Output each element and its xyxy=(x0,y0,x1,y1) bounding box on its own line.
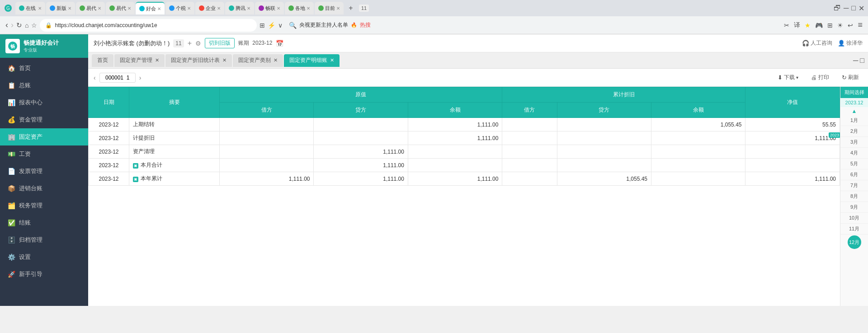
close-icon[interactable]: ✕ xyxy=(157,6,161,11)
tab-fixed-asset-category[interactable]: 固定资产类别 ✕ xyxy=(233,54,283,67)
table-scroll-area[interactable]: 日期 摘要 原值 累计折旧 净值 借方 贷方 余额 借方 xyxy=(88,87,840,306)
reload-button[interactable]: ↻ xyxy=(16,21,22,29)
grid-icon[interactable]: ⊞ xyxy=(827,22,833,29)
close-icon[interactable]: ✕ xyxy=(68,6,71,11)
period-scroll-up[interactable]: ▲ xyxy=(840,107,868,115)
period-month-11[interactable]: 11月 xyxy=(840,224,868,235)
more-menu-button[interactable]: ≡ xyxy=(858,20,863,30)
gamepad-icon[interactable]: 🎮 xyxy=(815,22,823,29)
close-icon[interactable]: ✕ xyxy=(187,6,191,11)
home-button[interactable]: ⌂ xyxy=(25,22,28,29)
browser-tab-muqian[interactable]: 目前 ✕ xyxy=(315,2,344,14)
prev-account-button[interactable]: ‹ xyxy=(94,74,96,81)
close-icon[interactable]: ✕ xyxy=(307,6,310,11)
extension-icon[interactable]: ⊞ xyxy=(259,22,265,29)
address-input[interactable]: 🔒 https://cloud.chanjet.com/accounting/u… xyxy=(40,19,257,32)
browser-tab-yidai1[interactable]: 易代 ✕ xyxy=(76,2,105,14)
period-month-10[interactable]: 10月 xyxy=(840,213,868,224)
bookmark-button[interactable]: ☆ xyxy=(31,22,37,29)
cell-orig-debit: 1,111.00 xyxy=(220,172,314,186)
close-icon[interactable]: ✕ xyxy=(277,6,280,11)
period-month-12[interactable]: 12月 xyxy=(848,235,861,249)
browser-tab-new[interactable]: 新版 ✕ xyxy=(46,2,75,14)
period-selected-year[interactable]: 2023.12 xyxy=(840,98,868,107)
sidebar-item-ledger[interactable]: 📋 总账 xyxy=(0,77,88,94)
period-header[interactable]: 期间选择 xyxy=(840,87,868,98)
period-month-7[interactable]: 7月 xyxy=(840,180,868,191)
sidebar-item-settlement[interactable]: ✅ 结账 xyxy=(0,214,88,231)
sidebar-item-wages[interactable]: 💵 工资 xyxy=(0,145,88,163)
sidebar-item-invoice[interactable]: 📄 发票管理 xyxy=(0,163,88,180)
browser-tab-geshui[interactable]: 个税 ✕ xyxy=(165,2,194,14)
download-button[interactable]: ⬇ 下载 ▾ xyxy=(774,72,802,83)
back-button[interactable]: ‹ xyxy=(5,20,8,30)
lightning-icon[interactable]: ⚡ xyxy=(268,22,275,29)
calendar-icon[interactable]: 📅 xyxy=(276,40,283,47)
account-code-input[interactable] xyxy=(99,73,136,83)
col-orig-credit: 贷方 xyxy=(314,103,408,118)
tab-depreciation-stats[interactable]: 固定资产折旧统计表 ✕ xyxy=(165,54,232,67)
forward-button[interactable]: › xyxy=(11,20,14,30)
tab-home[interactable]: 首页 xyxy=(92,54,113,67)
period-month-2[interactable]: 2月 xyxy=(840,126,868,137)
close-icon[interactable]: ✕ xyxy=(247,6,250,11)
tab-close-icon[interactable]: ✕ xyxy=(330,57,334,63)
switch-version-button[interactable]: 切到旧版 xyxy=(205,38,235,48)
new-tab-button[interactable]: + xyxy=(344,2,357,14)
sidebar-item-home[interactable]: 🏠 首页 xyxy=(0,60,88,77)
browser-tab-chang[interactable]: 畅联 ✕ xyxy=(255,2,284,14)
browser-tab-gedi[interactable]: 各地 ✕ xyxy=(285,2,314,14)
close-icon[interactable]: ✕ xyxy=(38,6,42,11)
minimize-button[interactable]: ─ xyxy=(844,4,849,12)
sidebar-item-tax[interactable]: 🗂️ 税务管理 xyxy=(0,197,88,214)
sidebar-item-guide[interactable]: 🚀 新手引导 xyxy=(0,266,88,283)
settings-icon-button[interactable]: ⚙ xyxy=(195,40,201,47)
tab-fixed-asset-management[interactable]: 固定资产管理 ✕ xyxy=(114,54,165,67)
period-month-8[interactable]: 8月 xyxy=(840,191,868,202)
add-account-button[interactable]: + xyxy=(188,39,192,47)
maximize-button[interactable]: □ xyxy=(851,4,856,12)
close-window-button[interactable]: ✕ xyxy=(859,4,864,13)
sidebar-item-archive[interactable]: 🗄️ 归档管理 xyxy=(0,231,88,249)
expand-panel-button[interactable]: □ xyxy=(860,56,864,65)
tab-fixed-asset-detail[interactable]: 固定资产明细账 ✕ xyxy=(284,54,340,67)
browser-tab-online[interactable]: 在线 ✕ xyxy=(15,2,45,14)
sidebar-item-fixed-assets[interactable]: 🏢 固定资产 xyxy=(0,128,88,145)
restore-button[interactable]: 🗗 xyxy=(834,4,841,12)
translate-icon[interactable]: 译 xyxy=(794,21,800,29)
browser-tab-tencent[interactable]: 腾讯 ✕ xyxy=(225,2,254,14)
tab-close-icon[interactable]: ✕ xyxy=(222,57,226,63)
period-month-9[interactable]: 9月 xyxy=(840,202,868,213)
period-month-1[interactable]: 1月 xyxy=(840,115,868,126)
close-icon[interactable]: ✕ xyxy=(127,6,131,11)
sidebar-item-settings[interactable]: ⚙️ 设置 xyxy=(0,249,88,266)
browser-tab-qiye[interactable]: 企业 ✕ xyxy=(195,2,224,14)
tab-close-icon[interactable]: ✕ xyxy=(274,57,278,63)
sidebar-item-funds[interactable]: 💰 资金管理 xyxy=(0,111,88,128)
close-icon[interactable]: ✕ xyxy=(336,6,340,11)
sidebar-item-reports[interactable]: 📊 报表中心 xyxy=(0,94,88,111)
tab-close-icon[interactable]: ✕ xyxy=(155,57,159,63)
next-account-button[interactable]: › xyxy=(139,74,142,81)
home-menu-icon: 🏠 xyxy=(7,64,15,72)
close-icon[interactable]: ✕ xyxy=(217,6,221,11)
user-button[interactable]: 👤 徐泽华 xyxy=(838,39,863,47)
print-button[interactable]: 🖨 打印 xyxy=(807,72,833,83)
refresh-button[interactable]: ↻ 刷新 xyxy=(838,72,863,83)
star-icon[interactable]: ★ xyxy=(805,22,811,29)
period-month-5[interactable]: 5月 xyxy=(840,159,868,169)
undo-icon[interactable]: ↩ xyxy=(848,22,853,29)
close-icon[interactable]: ✕ xyxy=(98,6,101,11)
subtotal-icon: ▣ xyxy=(133,177,138,182)
minimize-panel-button[interactable]: ─ xyxy=(853,56,858,65)
browser-tab-haohui[interactable]: 好会 ✕ xyxy=(136,2,165,14)
scissors-icon[interactable]: ✂ xyxy=(784,22,789,29)
service-button[interactable]: 🎧 人工咨询 xyxy=(802,39,832,47)
sidebar-item-purchase-sales[interactable]: 📦 进销台账 xyxy=(0,180,88,197)
browser-tab-yidai2[interactable]: 易代 ✕ xyxy=(106,2,135,14)
sun-icon[interactable]: ☀ xyxy=(837,22,843,29)
period-month-6[interactable]: 6月 xyxy=(840,169,868,180)
dropdown-button[interactable]: ∨ xyxy=(278,22,283,29)
period-month-3[interactable]: 3月 xyxy=(840,137,868,148)
period-month-4[interactable]: 4月 xyxy=(840,148,868,159)
